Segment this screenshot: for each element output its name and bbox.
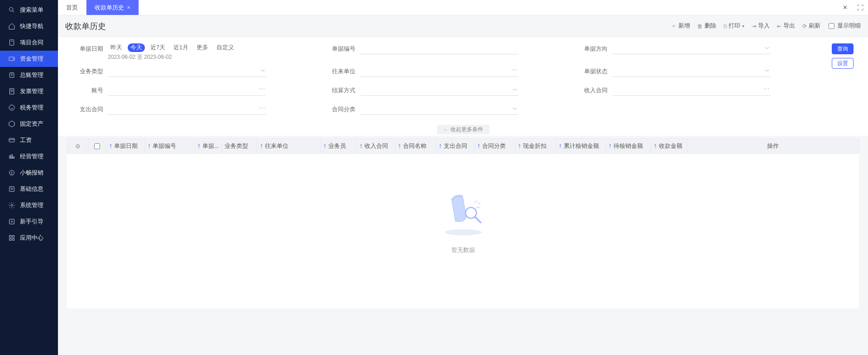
th-out-contract[interactable]: ▲▼支出合同: [436, 139, 475, 153]
print-button[interactable]: ⎙打印▾: [724, 22, 744, 30]
export-icon: ⇤: [777, 23, 782, 29]
in-contract-input[interactable]: [612, 85, 771, 96]
date-tab-custom[interactable]: 自定义: [214, 43, 237, 52]
close-icon[interactable]: ✕: [127, 5, 130, 10]
settings-button[interactable]: 设置: [832, 58, 854, 69]
sort-icon: ▲▼: [518, 143, 521, 149]
sidebar-item-project-contract[interactable]: 项目合同: [0, 34, 58, 51]
chevron-down-icon[interactable]: ﹀: [765, 45, 770, 52]
filter-label-account: 账号: [67, 85, 108, 95]
sidebar-item-label: 工资: [20, 136, 32, 144]
import-button[interactable]: ⇥导入: [752, 22, 770, 30]
sort-icon: ▲▼: [654, 143, 657, 149]
date-tab-more[interactable]: 更多: [194, 43, 211, 52]
th-no[interactable]: ▲▼单据编号: [145, 139, 195, 153]
partner-input[interactable]: [360, 66, 518, 77]
collapse-filters-bar[interactable]: ︿收起更多条件: [58, 123, 868, 136]
status-select[interactable]: [612, 66, 771, 77]
date-tab-7d[interactable]: 近7天: [148, 43, 168, 52]
sidebar-item-invoice[interactable]: 发票管理: [0, 83, 58, 99]
filter-label-partner: 往来单位: [319, 66, 360, 76]
ellipsis-icon[interactable]: ···: [763, 85, 770, 92]
svg-rect-11: [9, 138, 14, 142]
empty-illustration-icon: [436, 190, 490, 240]
sidebar-item-search[interactable]: 搜索菜单: [0, 2, 58, 18]
tab-close-button[interactable]: ✕: [837, 0, 853, 15]
sidebar-item-expense[interactable]: C 小畅报销: [0, 165, 58, 181]
th-pending[interactable]: ▲▼待核销金额: [606, 139, 651, 153]
svg-text:C: C: [11, 171, 13, 175]
sidebar-item-label: 经营管理: [20, 152, 43, 161]
biztype-select[interactable]: [108, 66, 266, 77]
sidebar-item-tax[interactable]: 税务管理: [0, 99, 58, 116]
date-tab-yesterday[interactable]: 昨天: [108, 43, 125, 52]
th-cash-disc[interactable]: ▲▼现金折扣: [515, 139, 556, 153]
sidebar-item-apps[interactable]: 应用中心: [0, 230, 58, 246]
title-bar: 收款单历史 ＋新增 🗑删除 ⎙打印▾ ⇥导入 ⇤导出 ⟳刷新 显示明细: [58, 15, 868, 37]
sort-icon: ▲▼: [260, 143, 263, 149]
th-amount[interactable]: ▲▼收款金额: [651, 139, 687, 153]
th-contract-name[interactable]: ▲▼合同名称: [395, 139, 436, 153]
account-input[interactable]: [108, 85, 266, 96]
docno-input[interactable]: [360, 43, 518, 54]
ellipsis-icon[interactable]: ···: [259, 104, 265, 111]
th-src[interactable]: ▲▼单据...: [195, 139, 222, 153]
chevron-down-icon[interactable]: ﹀: [260, 68, 265, 75]
th-sum-written[interactable]: ▲▼累计核销金额: [556, 139, 606, 153]
select-all-checkbox[interactable]: [88, 139, 106, 153]
sidebar-item-operations[interactable]: 经营管理: [0, 148, 58, 165]
th-operator[interactable]: ▲▼业务员: [321, 139, 357, 153]
add-button[interactable]: ＋新增: [671, 22, 690, 30]
gear-icon: [8, 202, 15, 209]
sidebar-item-label: 小畅报销: [20, 169, 43, 177]
svg-line-1: [13, 11, 14, 12]
th-partner[interactable]: ▲▼往来单位: [257, 139, 321, 153]
table-settings-icon[interactable]: ⚙: [67, 139, 88, 153]
sort-icon: ▲▼: [477, 143, 480, 149]
sidebar-item-label: 新手引导: [20, 218, 43, 226]
svg-point-28: [444, 229, 481, 236]
sidebar-item-quick-nav[interactable]: 快捷导航: [0, 18, 58, 34]
main: 首页 收款单历史✕ ✕ ⛶ 收款单历史 ＋新增 🗑删除 ⎙打印▾ ⇥导入 ⇤导出…: [58, 0, 868, 355]
sidebar-item-fixed-assets[interactable]: 固定资产: [0, 116, 58, 132]
date-tab-1m[interactable]: 近1月: [171, 43, 191, 52]
settle-select[interactable]: [360, 85, 518, 96]
ellipsis-icon[interactable]: ···: [511, 66, 518, 73]
svg-rect-14: [11, 155, 13, 158]
empty-state: 暂无数据: [67, 154, 859, 308]
sidebar-item-basic-info[interactable]: 基础信息: [0, 181, 58, 197]
svg-point-21: [11, 204, 13, 206]
chevron-down-icon[interactable]: ﹀: [765, 68, 770, 75]
list-icon: [8, 185, 15, 193]
th-in-contract[interactable]: ▲▼收入合同: [357, 139, 395, 153]
chevron-down-icon[interactable]: ﹀: [513, 106, 518, 113]
tab-home[interactable]: 首页: [58, 0, 86, 15]
th-biz[interactable]: 业务类型: [222, 139, 257, 153]
out-contract-input[interactable]: [108, 104, 266, 115]
show-detail-checkbox[interactable]: 显示明细: [829, 22, 861, 30]
sort-icon: ▲▼: [323, 143, 326, 149]
sidebar-item-label: 资金管理: [20, 55, 43, 63]
sidebar-item-funds[interactable]: 资金管理: [0, 51, 58, 67]
date-tab-today[interactable]: 今天: [128, 43, 145, 52]
contract-cat-select[interactable]: [360, 104, 518, 115]
svg-point-0: [10, 8, 13, 11]
tab-receipt-history[interactable]: 收款单历史✕: [86, 0, 139, 15]
fullscreen-icon[interactable]: ⛶: [853, 0, 868, 15]
sidebar-item-system[interactable]: 系统管理: [0, 197, 58, 213]
chevron-down-icon[interactable]: ﹀: [513, 87, 518, 94]
refresh-button[interactable]: ⟳刷新: [802, 22, 820, 30]
search-button[interactable]: 查询: [832, 43, 854, 54]
ellipsis-icon[interactable]: ···: [259, 85, 265, 92]
print-icon: ⎙: [724, 23, 727, 29]
sidebar-item-salary[interactable]: 工资: [0, 132, 58, 148]
export-button[interactable]: ⇤导出: [777, 22, 795, 30]
th-contract-cat[interactable]: ▲▼合同分类: [475, 139, 515, 153]
sidebar-item-ledger[interactable]: 总账管理: [0, 67, 58, 83]
sidebar-item-guide[interactable]: 新手引导: [0, 213, 58, 230]
sort-icon: ▲▼: [197, 143, 201, 149]
th-date[interactable]: ▲▼单据日期: [106, 139, 145, 153]
th-op: 操作: [687, 139, 858, 153]
direction-select[interactable]: [612, 43, 771, 54]
delete-button[interactable]: 🗑删除: [697, 22, 716, 30]
